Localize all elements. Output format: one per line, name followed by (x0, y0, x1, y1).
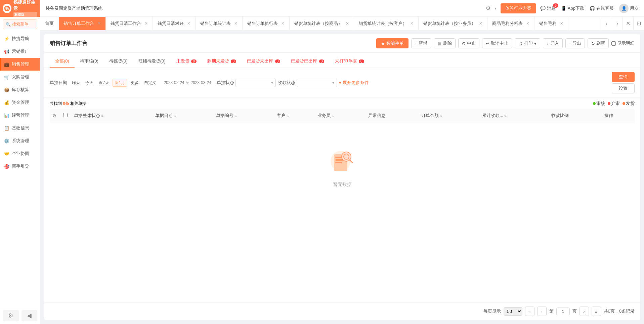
th-collected-sort[interactable]: 累计收款... ⇅ (482, 113, 546, 119)
tab-sales-order-close[interactable]: ✕ (97, 21, 101, 26)
page-prev-button[interactable]: ‹ (537, 307, 547, 316)
tab-next-button[interactable]: › (612, 17, 622, 30)
date-option-yesterday[interactable]: 昨天 (70, 79, 82, 86)
page-next-button[interactable]: › (579, 307, 589, 316)
sidebar-item-guide[interactable]: 🎯 新手引导 (0, 160, 40, 173)
tab-prev-button[interactable]: ‹ (601, 17, 612, 30)
sidebar-item-sales[interactable]: 💼 销售管理 (0, 58, 40, 71)
tab-fullscreen-button[interactable]: ⊡ (633, 17, 644, 30)
user-profile[interactable]: 👤 用友 (619, 4, 639, 13)
tab-sales-staff-close[interactable]: ✕ (479, 21, 482, 26)
page-last-button[interactable]: » (592, 307, 601, 316)
page-input[interactable] (556, 308, 570, 315)
th-number-sort[interactable]: 单据编号 ⇅ (216, 113, 271, 119)
page-suffix: 页 (572, 308, 577, 314)
status-select[interactable] (235, 79, 276, 87)
sidebar-item-finance[interactable]: 💰 资金管理 (0, 96, 40, 109)
date-option-more[interactable]: 更多 (129, 79, 141, 86)
select-all-checkbox[interactable] (63, 113, 68, 117)
topbar-settings-icon[interactable]: ⚙ (486, 5, 490, 11)
refresh-button[interactable]: ↻ 刷新 (588, 38, 609, 48)
filter-tab-pending-review[interactable]: 待审核(0) (75, 55, 104, 68)
th-status-sort[interactable]: 单据整体状态 ⇅ (74, 113, 150, 119)
tab-cash-goods-close[interactable]: ✕ (187, 21, 190, 26)
tab-sales-product-close[interactable]: ✕ (346, 21, 349, 26)
payment-select[interactable] (297, 79, 337, 87)
settings-button[interactable]: ⚙ (3, 310, 19, 321)
tab-sales-stats-customer[interactable]: 销货单统计表（按客户） ✕ (354, 17, 419, 30)
sidebar-item-system[interactable]: ⚙️ 系统管理 (0, 134, 40, 147)
filter-tab-pending-inspect[interactable]: 待拣货(0) (104, 55, 133, 68)
filter-tab-not-shipped[interactable]: 未发货 0 (171, 55, 202, 68)
th-date-sort[interactable]: 单据日期 ⇅ (155, 113, 211, 119)
date-option-today[interactable]: 今天 (83, 79, 95, 86)
add-button[interactable]: + 新增 (411, 38, 431, 48)
th-settings[interactable]: ⚙ (50, 109, 60, 122)
tab-sales-order-exec[interactable]: 销售订单执行表 ✕ (243, 17, 290, 30)
sidebar-item-inventory[interactable]: 📦 库存核算 (0, 83, 40, 96)
filter-tab-shipped-not-warehoused[interactable]: 已发货未出库 0 (242, 55, 286, 68)
tab-daily-cash-close[interactable]: ✕ (144, 21, 148, 26)
tab-sales-stats-product[interactable]: 销货单统计表（按商品） ✕ (290, 17, 354, 30)
solution-button[interactable]: 体验行业方案 (501, 3, 536, 13)
th-operation: 操作 (602, 109, 635, 122)
smart-create-button[interactable]: ★ 智能生单 (376, 38, 409, 48)
sidebar-item-basic[interactable]: 📋 基础信息 (0, 122, 40, 134)
import-button[interactable]: ↓ 导入 (543, 38, 563, 48)
sidebar-item-purchase[interactable]: 🛒 采购管理 (0, 71, 40, 83)
print-button[interactable]: 🖨 打印 ▾ (515, 38, 540, 48)
tab-home-label: 首页 (45, 21, 54, 27)
cancel-stop-button[interactable]: ↩ 取消中止 (482, 38, 512, 48)
message-button[interactable]: 💬 消息 6 (540, 5, 556, 11)
tab-sales-order-workspace[interactable]: 销售订单工作台 ✕ (59, 17, 106, 30)
expand-conditions-button[interactable]: ▾ 展开更多条件 (339, 80, 369, 86)
sidebar-item-marketing[interactable]: 📢 营销推广 (0, 45, 40, 58)
tab-daily-cash[interactable]: 钱货日清工作台 ✕ (106, 17, 153, 30)
tab-sales-order-stats[interactable]: 销售订单统计表 ✕ (196, 17, 243, 30)
date-option-1month[interactable]: 近1月 (113, 79, 128, 87)
ship-action-button[interactable]: 发货 (622, 100, 635, 107)
show-detail-input[interactable] (611, 41, 616, 46)
th-customer-sort[interactable]: 客户 ⇅ (277, 113, 312, 119)
tab-sales-customer-close[interactable]: ✕ (410, 21, 414, 26)
tab-sales-stats-staff[interactable]: 销货单统计表（按业务员） ✕ (419, 17, 487, 30)
delete-button[interactable]: 🗑 删除 (434, 38, 456, 48)
operation-icon: 📊 (4, 112, 10, 118)
filter-tab-shipped-warehoused[interactable]: 已发货已出库 0 (286, 55, 330, 68)
tab-product-margin[interactable]: 商品毛利分析表 ✕ (487, 17, 534, 30)
stop-button[interactable]: ⊘ 中止 (458, 38, 479, 48)
th-amount-sort[interactable]: 订单金额 ⇅ (421, 113, 477, 119)
page-size-select[interactable]: 50 10 20 100 (504, 307, 522, 316)
tab-sales-customer-label: 销货单统计表（按客户） (359, 21, 407, 27)
tab-close-all-button[interactable]: ✕ (622, 17, 633, 30)
filter-tab-wangpu[interactable]: 旺铺待发货(0) (133, 55, 171, 68)
collapse-button[interactable]: ◀ (22, 310, 38, 321)
filter-tab-expired[interactable]: 到期未发货 0 (202, 55, 242, 68)
page-first-button[interactable]: « (525, 307, 534, 316)
approve-action-button[interactable]: 审核 (593, 100, 605, 107)
settings-query-button[interactable]: 设置 (612, 83, 635, 93)
date-option-custom[interactable]: 自定义 (142, 79, 158, 86)
search-menu-button[interactable]: 🔍 搜索菜单 (3, 19, 37, 29)
online-service-button[interactable]: 🎧 在线客服 (590, 5, 614, 11)
export-button[interactable]: ↑ 导出 (565, 38, 585, 48)
tab-sales-exec-close[interactable]: ✕ (281, 21, 285, 26)
tab-sales-gross-close[interactable]: ✕ (560, 21, 563, 26)
date-option-7days[interactable]: 近7天 (97, 79, 111, 86)
tab-sales-gross[interactable]: 销售毛利 ✕ (534, 17, 568, 30)
cancel-approve-action-button[interactable]: 弃审 (608, 100, 620, 107)
tab-sales-stats-close[interactable]: ✕ (234, 21, 238, 26)
app-download-button[interactable]: 📱 App下载 (561, 5, 584, 11)
show-detail-checkbox[interactable]: 显示明细 (611, 40, 635, 46)
filter-tab-all[interactable]: 全部(0) (50, 55, 75, 68)
tab-cash-goods-reconcile[interactable]: 钱货日清对账 ✕ (153, 17, 196, 30)
tab-product-margin-close[interactable]: ✕ (526, 21, 529, 26)
th-staff-sort[interactable]: 业务员 ⇅ (317, 113, 363, 119)
sidebar-item-quick-nav[interactable]: ⚡ 快捷导航 (0, 32, 40, 45)
topbar-dropdown-icon[interactable]: ▾ (495, 6, 497, 11)
query-button[interactable]: 查询 (612, 72, 635, 82)
tab-home[interactable]: 首页 (40, 17, 59, 30)
sidebar-item-enterprise[interactable]: 🤝 企业协同 (0, 147, 40, 160)
filter-tab-not-printed[interactable]: 未打印单据 0 (330, 55, 369, 68)
sidebar-item-operation[interactable]: 📊 经营管理 (0, 109, 40, 122)
